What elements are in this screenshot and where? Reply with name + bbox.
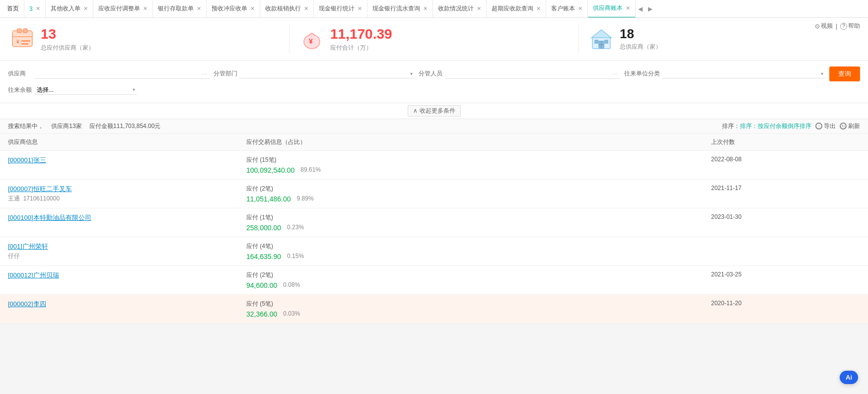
last-payment-cell: 2023-01-30 <box>711 213 860 220</box>
nav-tab-supplier-ledger[interactable]: 供应商账本 ✕ <box>588 0 636 18</box>
payable-label: 应付 (1笔) <box>246 214 273 221</box>
nav-tab-home[interactable]: 首页 <box>2 0 24 18</box>
last-payment-cell: 2020-11-20 <box>711 300 860 307</box>
table-row[interactable]: [000100]本特勤油品有限公司 应付 (1笔) 258,000.00 0.2… <box>0 208 868 237</box>
supplier-link[interactable]: [000002]李四 <box>8 300 46 308</box>
person-dots-icon[interactable]: ··· <box>612 69 618 77</box>
supplier-link[interactable]: [000100]本特勤油品有限公司 <box>8 214 91 221</box>
nav-tab-verify[interactable]: 收款核销执行 ✕ <box>260 0 314 18</box>
payable-percent: 0.15% <box>287 253 304 260</box>
category-select[interactable] <box>664 70 821 77</box>
nav-tab-overdue[interactable]: 超期应收款查询 ✕ <box>487 0 546 18</box>
table-row[interactable]: [000001]张三 应付 (15笔) 100,092,540.00 89.61… <box>0 151 868 180</box>
nav-tab-cash-flow[interactable]: 现金银行流水查询 ✕ <box>367 0 433 18</box>
nav-prev-icon[interactable]: ◀ <box>636 0 646 18</box>
supplier-input-wrapper[interactable]: ··· <box>35 68 210 79</box>
person-input[interactable] <box>447 70 612 77</box>
supplier-link[interactable]: [000007]恒旺二手叉车 <box>8 185 72 193</box>
nav-next-icon[interactable]: ▶ <box>646 0 655 18</box>
nav-tab-cash-stat[interactable]: 现金银行统计 ✕ <box>314 0 367 18</box>
nav-tab-bank-deposit[interactable]: 银行存取款单 ✕ <box>153 0 207 18</box>
supplier-contact: 仔仔 <box>8 252 246 261</box>
payable-supplier-count: 13 <box>41 26 94 43</box>
transaction-info-cell: 应付 (15笔) 100,092,540.00 89.61% <box>246 156 711 174</box>
results-toolbar: 搜索结果中， 供应商13家 应付金额111,703,854.00元 排序：排序：… <box>0 119 868 134</box>
video-icon: ⊙ <box>815 23 820 30</box>
category-select-wrapper[interactable]: ▾ <box>662 69 826 78</box>
nav-tab-ar-ap-adjust[interactable]: 应收应付调整单 ✕ <box>93 0 153 18</box>
balance-select[interactable]: 选择... <box>37 86 133 93</box>
table-row[interactable]: [000007]恒旺二手叉车 王通 17106110000 应付 (2笔) 11… <box>0 180 868 208</box>
toolbar-actions: 排序：排序：按应付余额倒序排序 ↑ 导出 ↻ 刷新 <box>722 122 860 131</box>
nav-tab-3[interactable]: 3 ✕ <box>24 0 46 18</box>
summary-card-payable-suppliers: ¥ 13 总应付供应商（家） <box>0 24 289 54</box>
close-tab-bank-icon[interactable]: ✕ <box>197 5 201 12</box>
balance-chevron-icon[interactable]: ▾ <box>133 87 135 92</box>
close-tab-verify-icon[interactable]: ✕ <box>304 5 308 12</box>
close-tab-cash-flow-icon[interactable]: ✕ <box>423 5 428 12</box>
chevron-up-icon: ∧ <box>413 107 418 114</box>
close-tab-receipt-stat-icon[interactable]: ✕ <box>477 5 481 12</box>
payable-label: 应付 (2笔) <box>246 271 273 278</box>
table-row[interactable]: [000002]李四 应付 (5笔) 32,366.00 0.03% 2020-… <box>0 295 868 324</box>
supplier-link[interactable]: [000001]张三 <box>8 156 46 164</box>
close-tab-advance-icon[interactable]: ✕ <box>250 5 255 12</box>
payable-label-row: 应付 (5笔) <box>246 300 711 308</box>
supplier-payable-icon: ¥ <box>10 26 35 51</box>
close-tab-cash-stat-icon[interactable]: ✕ <box>358 5 362 12</box>
dept-chevron-icon[interactable]: ▾ <box>410 71 413 76</box>
sort-label: 排序：排序：按应付余额倒序排序 <box>722 122 811 131</box>
payable-amount: 94,600.00 <box>246 281 277 289</box>
refresh-button[interactable]: ↻ 刷新 <box>840 122 860 131</box>
supplier-link[interactable]: [000012]广州贝瑞 <box>8 271 59 279</box>
svg-rect-5 <box>21 40 30 42</box>
video-help-btn[interactable]: ⊙ 视频 <box>815 22 833 30</box>
last-payment-date: 2022-08-08 <box>711 156 741 163</box>
transaction-info-cell: 应付 (2笔) 94,600.00 0.08% <box>246 271 711 289</box>
supplier-dots-icon[interactable]: ··· <box>202 69 208 77</box>
filter-section: 供应商 ··· 分管部门 ▾ 分管人员 ··· 往来单位分类 <box>0 61 868 103</box>
payable-label-row: 应付 (15笔) <box>246 156 711 164</box>
close-tab-supplier-icon[interactable]: ✕ <box>626 5 630 11</box>
balance-select-wrapper[interactable]: 选择... ▾ <box>35 85 137 95</box>
nav-tab-customer-ledger[interactable]: 客户账本 ✕ <box>546 0 588 18</box>
payable-supplier-label: 总应付供应商（家） <box>41 44 94 52</box>
last-payment-date: 2021-11-17 <box>711 185 741 192</box>
sort-order-btn[interactable]: 排序：按应付余额倒序排序 <box>740 123 811 130</box>
close-tab-ar-ap-icon[interactable]: ✕ <box>143 5 147 12</box>
filter-row-2: 往来余额 选择... ▾ <box>8 85 860 95</box>
transaction-info-cell: 应付 (1笔) 258,000.00 0.23% <box>246 213 711 232</box>
table-row[interactable]: [000012]广州贝瑞 应付 (2笔) 94,600.00 0.08% 202… <box>0 266 868 295</box>
close-tab-3-icon[interactable]: ✕ <box>36 5 40 12</box>
payable-amount-row: 164,635.90 0.15% <box>246 252 711 261</box>
supplier-info-cell: [000100]本特勤油品有限公司 <box>8 213 246 222</box>
summary-card-payable-amount: ¥ 11,170.39 应付合计（万） <box>289 24 579 54</box>
nav-tab-other-income[interactable]: 其他收入单 ✕ <box>46 0 93 18</box>
close-tab-overdue-icon[interactable]: ✕ <box>536 5 541 12</box>
last-payment-date: 2021-03-25 <box>711 271 741 278</box>
last-payment-cell: 2021-03-25 <box>711 271 860 278</box>
category-chevron-icon[interactable]: ▾ <box>821 71 823 76</box>
payable-amount: 32,366.00 <box>246 310 277 318</box>
export-button[interactable]: ↑ 导出 <box>815 122 836 131</box>
person-input-wrapper[interactable]: ··· <box>445 68 620 79</box>
nav-tab-receipt-stat[interactable]: 收款情况统计 ✕ <box>433 0 487 18</box>
close-tab-other-income-icon[interactable]: ✕ <box>83 5 88 12</box>
top-navigation: 首页 3 ✕ 其他收入单 ✕ 应收应付调整单 ✕ 银行存取款单 ✕ 预收冲应收单… <box>0 0 868 18</box>
supplier-input[interactable] <box>37 70 202 77</box>
collapse-button[interactable]: ∧ 收起更多条件 <box>408 105 461 117</box>
payable-amount-row: 11,051,486.00 9.89% <box>246 194 711 203</box>
query-button[interactable]: 查询 <box>829 66 860 81</box>
dept-select-wrapper[interactable]: ▾ <box>240 69 415 78</box>
nav-tab-advance[interactable]: 预收冲应收单 ✕ <box>207 0 260 18</box>
category-filter-label: 往来单位分类 <box>624 69 660 78</box>
dept-select[interactable] <box>242 70 411 77</box>
payable-label: 应付 (15笔) <box>246 156 277 163</box>
help-btn[interactable]: ? 帮助 <box>840 22 860 30</box>
table-row[interactable]: [001]广州荣轩 仔仔 应付 (4笔) 164,635.90 0.15% <box>0 237 868 266</box>
payable-amount: 164,635.90 <box>246 253 281 261</box>
payable-amount-row: 258,000.00 0.23% <box>246 223 711 232</box>
payable-amount-label: 应付合计（万） <box>330 44 392 52</box>
supplier-link[interactable]: [001]广州荣轩 <box>8 243 48 250</box>
close-tab-customer-icon[interactable]: ✕ <box>578 5 582 12</box>
